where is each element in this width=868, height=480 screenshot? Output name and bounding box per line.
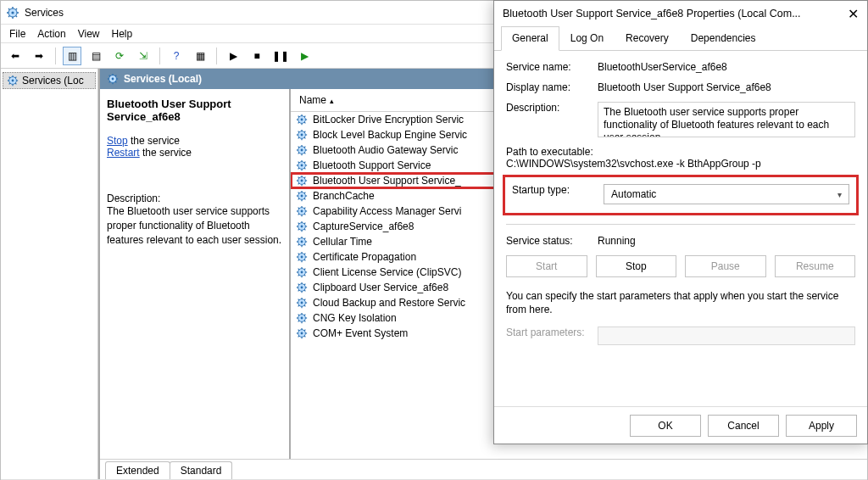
restart-service-button[interactable]: ▶	[295, 47, 314, 65]
path-value: C:\WINDOWS\system32\svchost.exe -k BthAp…	[506, 158, 855, 170]
services-app-icon	[6, 6, 19, 20]
path-label: Path to executable:	[506, 146, 855, 158]
tab-recovery[interactable]: Recovery	[615, 26, 680, 50]
description-box[interactable]: The Bluetooth user service supports prop…	[598, 102, 855, 137]
restart-link[interactable]: Restart	[107, 147, 140, 159]
tree-root-label: Services (Loc	[22, 75, 84, 87]
service-name: BranchCache	[313, 190, 375, 202]
close-icon[interactable]: ✕	[848, 6, 859, 22]
service-status-value: Running	[598, 235, 855, 247]
toolbar-divider	[55, 47, 56, 64]
stop-trail: the service	[128, 135, 180, 147]
view-tabs: Extended Standard	[100, 459, 867, 479]
tab-dependencies[interactable]: Dependencies	[680, 26, 767, 50]
service-name: Bluetooth Support Service	[313, 159, 431, 171]
gear-icon	[296, 312, 308, 324]
pause-button[interactable]: Pause	[685, 255, 766, 277]
gear-icon	[296, 175, 308, 187]
dialog-title: Bluetooth User Support Service_af6e8 Pro…	[503, 8, 801, 20]
stop-button[interactable]: Stop	[596, 255, 677, 277]
startup-type-highlight: Startup type: Automatic ▾	[503, 175, 859, 215]
service-name: CNG Key Isolation	[313, 312, 397, 324]
tab-standard[interactable]: Standard	[170, 461, 233, 479]
dialog-body: Service name: BluetoothUserService_af6e8…	[494, 51, 867, 364]
gear-icon	[296, 236, 308, 248]
gear-icon	[7, 75, 19, 87]
gear-icon	[296, 114, 308, 126]
service-name: Bluetooth User Support Service_	[313, 175, 461, 187]
properties-toolbar-button[interactable]: ▤	[86, 47, 105, 65]
ok-button[interactable]: OK	[630, 415, 701, 437]
pause-service-button[interactable]: ❚❚	[271, 47, 290, 65]
gear-icon	[296, 266, 308, 278]
gear-icon	[296, 205, 308, 217]
gear-icon	[296, 159, 308, 171]
service-name: COM+ Event System	[313, 327, 408, 339]
gear-icon	[296, 190, 308, 202]
startup-type-select[interactable]: Automatic ▾	[604, 184, 849, 204]
sort-asc-icon: ▴	[330, 97, 334, 105]
start-parameters-input	[598, 327, 855, 345]
chevron-down-icon: ▾	[837, 190, 842, 199]
selected-service-title: Bluetooth User Support Service_af6e8	[107, 98, 282, 123]
column-header-name-label: Name	[299, 94, 326, 106]
display-name-label: Display name:	[506, 81, 598, 93]
startup-type-value: Automatic	[611, 188, 656, 200]
gear-icon	[296, 129, 308, 141]
show-hide-tree-button[interactable]: ▥	[63, 47, 81, 65]
main-title: Services	[25, 7, 64, 19]
menu-help[interactable]: Help	[112, 28, 133, 40]
service-name: Capability Access Manager Servi	[313, 205, 461, 217]
export-button[interactable]: ⇲	[134, 47, 153, 65]
resume-button[interactable]: Resume	[775, 255, 856, 277]
console-tree: Services (Loc	[1, 69, 98, 479]
tab-extended[interactable]: Extended	[105, 461, 170, 479]
gear-icon	[296, 144, 308, 156]
refresh-button[interactable]: ⟳	[110, 47, 129, 65]
back-button[interactable]: ⬅	[6, 47, 25, 65]
stop-link[interactable]: Stop	[107, 135, 128, 147]
divider	[506, 224, 855, 225]
tab-log-on[interactable]: Log On	[559, 26, 615, 50]
menu-view[interactable]: View	[78, 28, 100, 40]
gear-icon	[107, 73, 119, 85]
start-params-hint: You can specify the start parameters tha…	[506, 289, 855, 316]
forward-button[interactable]: ➡	[30, 47, 48, 65]
menu-action[interactable]: Action	[37, 28, 65, 40]
service-status-label: Service status:	[506, 235, 598, 247]
startup-type-label: Startup type:	[512, 184, 604, 204]
service-name: Certificate Propagation	[313, 251, 416, 263]
gear-icon	[296, 220, 308, 232]
apply-button[interactable]: Apply	[786, 415, 857, 437]
toolbar-divider	[159, 47, 160, 64]
service-name: Bluetooth Audio Gateway Servic	[313, 144, 458, 156]
cancel-button[interactable]: Cancel	[708, 415, 779, 437]
service-name: Block Level Backup Engine Servic	[313, 129, 467, 141]
start-parameters-label: Start parameters:	[506, 327, 598, 345]
dialog-tabs: General Log On Recovery Dependencies	[494, 26, 867, 51]
service-name: Cloud Backup and Restore Servic	[313, 297, 465, 309]
properties-dialog: Bluetooth User Support Service_af6e8 Pro…	[493, 0, 868, 444]
service-name: BitLocker Drive Encryption Servic	[313, 114, 464, 126]
gear-icon	[296, 327, 308, 339]
display-name-value: Bluetooth User Support Service_af6e8	[598, 81, 855, 93]
start-button[interactable]: Start	[506, 255, 587, 277]
restart-trail: the service	[140, 147, 192, 159]
tree-root[interactable]: Services (Loc	[3, 72, 96, 89]
dialog-titlebar: Bluetooth User Support Service_af6e8 Pro…	[494, 1, 867, 26]
gear-icon	[296, 251, 308, 263]
gear-icon	[296, 282, 308, 293]
toolbar-divider	[216, 47, 217, 64]
service-name-label: Service name:	[506, 61, 598, 73]
help-button[interactable]: ?	[167, 47, 186, 65]
service-name: Client License Service (ClipSVC)	[313, 266, 461, 278]
stop-service-button[interactable]: ■	[248, 47, 266, 65]
list-button[interactable]: ▦	[191, 47, 209, 65]
content-header-label: Services (Local)	[124, 73, 202, 85]
service-name: Clipboard User Service_af6e8	[313, 282, 448, 293]
tab-general[interactable]: General	[501, 26, 559, 51]
start-service-button[interactable]: ▶	[224, 47, 242, 65]
service-name: Cellular Time	[313, 236, 372, 248]
description-pane: Bluetooth User Support Service_af6e8 Sto…	[100, 89, 291, 459]
menu-file[interactable]: File	[9, 28, 25, 40]
